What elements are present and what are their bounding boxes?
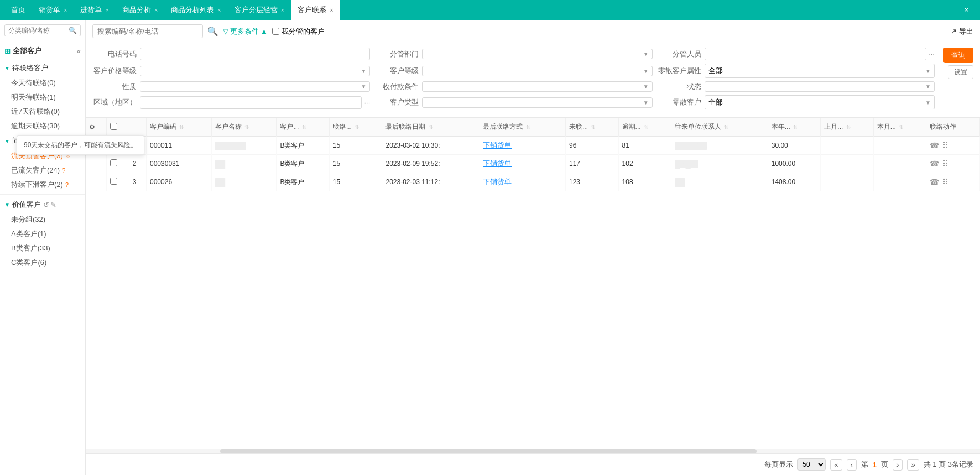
question-icon: ? [62,167,65,174]
export-button[interactable]: ↗ 导出 [951,27,973,36]
sidebar-group-pending[interactable]: ▼ 待联络客户 [0,60,85,76]
col-contact[interactable]: 联络... ⇅ [329,118,382,137]
dots-icon-region[interactable]: ··· [364,98,370,107]
cell-date-1: 2023-02-09 19:52: [382,155,479,173]
sidebar-item-unclassified[interactable]: 未分组(32) [0,212,85,227]
filter-input-phone[interactable] [140,48,370,60]
col-this-month[interactable]: 本月... ⇅ [873,118,926,137]
chevron-down-icon: ▼ [643,51,649,57]
cell-check-1 [106,155,129,173]
contact-way-link-0[interactable]: 下销货单 [483,141,512,149]
contact-way-link-1[interactable]: 下销货单 [483,159,512,168]
prev-page-button[interactable]: ‹ [847,459,857,471]
nav-item-customer-contact[interactable]: 客户联系 × [291,0,340,20]
cell-name-0: ██████ [211,137,277,155]
sidebar-collapse-icon[interactable]: « [77,47,81,55]
cell-way-2[interactable]: 下销货单 [479,173,566,191]
nav-close-sales[interactable]: × [64,7,67,13]
nav-item-analysis[interactable]: 商品分析 × [116,0,164,20]
last-page-button[interactable]: » [907,459,919,471]
table-row: 1 000011 ██████ B类客户 15 2023-03-02 10:30… [86,137,980,155]
grid-icon: ⊞ [4,47,11,55]
chevron-down-icon-6: ▼ [643,83,649,90]
filter-select-status[interactable]: ▼ [705,81,935,92]
nav-close-customer-tier[interactable]: × [281,7,284,13]
cell-way-0[interactable]: 下销货单 [479,137,566,155]
filter-select-price-tier[interactable]: ▼ [140,66,370,76]
row-checkbox-1[interactable] [110,159,117,166]
nav-item-analysis-list[interactable]: 商品分析列表 × [164,0,227,20]
sidebar-item-7days[interactable]: 近7天待联络(0) [0,105,85,119]
nav-item-customer-tier[interactable]: 客户分层经营 × [228,0,291,20]
query-button[interactable]: 查询 [943,48,973,63]
scrollbar-thumb[interactable] [220,449,757,453]
sidebar-item-tomorrow[interactable]: 明天待联络(1) [0,90,85,105]
nav-close-purchase[interactable]: × [105,7,108,13]
col-last-way[interactable]: 最后联络方式 ⇅ [479,118,566,137]
filter-input-manager[interactable] [705,48,926,60]
col-last-month[interactable]: 上月... ⇅ [821,118,874,137]
action-more-icon-0[interactable]: ⠿ [942,141,948,150]
filter-select-retail[interactable]: 全部 ▼ [705,95,935,109]
sidebar-item-class-a[interactable]: A类客户(1) [0,227,85,241]
col-last-date[interactable]: 最后联络日期 ⇅ [382,118,479,137]
col-name[interactable]: 客户名称 ⇅ [211,118,277,137]
page-size-select[interactable]: 50 100 200 [797,458,826,471]
select-all-checkbox[interactable] [110,123,117,130]
filter-select-dept[interactable]: ▼ [422,49,652,59]
settings-button[interactable]: 设置 [948,65,973,79]
search-button[interactable]: 🔍 [207,26,218,36]
filter-select-customer-tier[interactable]: ▼ [422,66,652,76]
next-page-button[interactable]: › [893,459,903,471]
dots-icon-manager[interactable]: ··· [929,50,935,58]
action-phone-icon-2[interactable]: ☎ [930,178,939,186]
nav-item-purchase[interactable]: 进货单 × [74,0,115,20]
action-more-icon-2[interactable]: ⠿ [942,178,948,186]
filter-input-region[interactable] [140,96,362,109]
sidebar-item-class-b[interactable]: B类客户(33) [0,241,85,255]
col-this-year[interactable]: 本年... ⇅ [768,118,821,137]
contact-way-link-2[interactable]: 下销货单 [483,178,512,186]
filter-select-customer-type[interactable]: ▼ [422,97,652,108]
my-customers-checkbox-label[interactable]: 我分管的客户 [272,27,325,36]
search-input[interactable] [92,24,203,38]
nav-item-sales[interactable]: 销货单 × [32,0,74,20]
cell-this-year-2: 1408.00 [768,173,821,191]
pagination-bar: 每页显示 50 100 200 « ‹ 第 1 页 › » 共 1 页 3条记录 [86,453,980,475]
edit-icon[interactable]: ✎ [50,201,56,209]
sidebar-item-declining[interactable]: 持续下滑客户(2) ? [0,178,85,192]
filter-label-manager: 分管人员 [657,49,701,59]
col-not-contacted[interactable]: 未联... ⇅ [566,118,619,137]
my-customers-checkbox[interactable] [272,28,279,35]
sidebar-group-value[interactable]: ▼ 价值客户 ↺ ✎ [0,197,85,212]
sort-icon-date: ⇅ [429,124,433,130]
sidebar-item-overdue[interactable]: 逾期未联络(30) [0,119,85,133]
action-phone-icon-1[interactable]: ☎ [930,159,939,168]
filter-select-nature[interactable]: ▼ [140,81,370,92]
filter-select-retail-attr[interactable]: 全部 ▼ [705,64,935,78]
sidebar-item-today[interactable]: 今天待联络(0) [0,76,85,90]
first-page-button[interactable]: « [830,459,842,471]
col-unit-contact[interactable]: 往来单位联系人 ⇅ [671,118,768,137]
col-overdue[interactable]: 逾期... ⇅ [618,118,671,137]
nav-close-analysis[interactable]: × [154,7,158,13]
cell-way-1[interactable]: 下销货单 [479,155,566,173]
action-more-icon-1[interactable]: ⠿ [942,159,948,168]
nav-close-analysis-list[interactable]: × [217,7,221,13]
nav-close-customer-contact[interactable]: × [330,7,333,13]
col-settings[interactable]: ⚙ [86,118,106,137]
action-phone-icon-0[interactable]: ☎ [930,141,939,150]
more-conditions-button[interactable]: ▽ 更多条件 ▲ [223,27,268,36]
row-checkbox-2[interactable] [110,178,117,185]
filter-select-payment[interactable]: ▼ [422,81,652,92]
question-icon-2: ? [65,181,69,188]
col-type[interactable]: 客户... ⇅ [277,118,330,137]
window-close-button[interactable]: × [957,5,976,15]
refresh-icon[interactable]: ↺ [43,201,49,209]
col-code[interactable]: 客户编码 ⇅ [147,118,212,137]
nav-item-home[interactable]: 首页 [4,0,32,20]
sidebar-item-churned[interactable]: 已流失客户(24) ? [0,163,85,178]
sidebar-item-class-c[interactable]: C类客户(6) [0,255,85,270]
advanced-filter-panel: 电话号码 分管部门 ▼ 分管人员 [86,43,980,118]
horizontal-scrollbar[interactable] [86,449,980,453]
